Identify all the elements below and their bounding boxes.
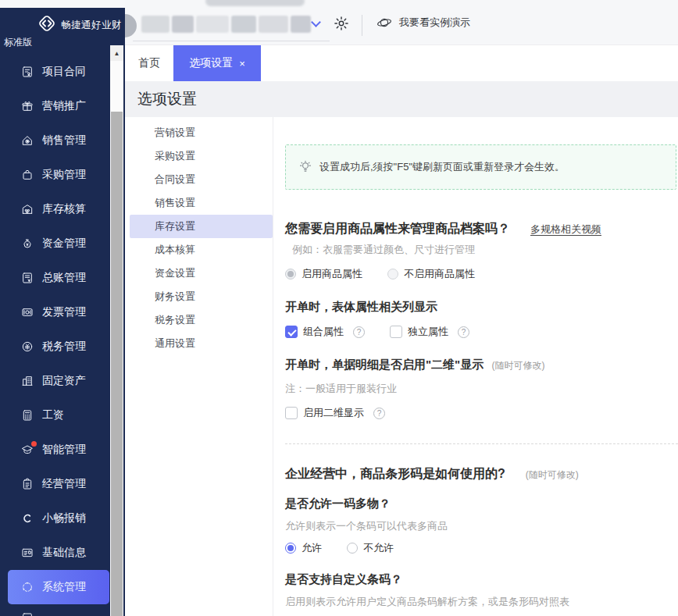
sidebar-item-label: 营销推广 <box>42 99 86 113</box>
settings-nav-finance[interactable]: 财务设置 <box>130 285 273 308</box>
sidebar-item-smart-management[interactable]: 智能管理 <box>0 433 109 467</box>
settings-nav-cost-accounting[interactable]: 成本核算 <box>130 238 273 262</box>
video-link[interactable]: 多规格相关视频 <box>530 223 601 237</box>
checkbox-independent-attributes[interactable]: 独立属性 ? <box>390 325 469 339</box>
sidebar-item-label: 经营管理 <box>42 477 86 491</box>
checkbox-label: 启用二维显示 <box>303 406 364 420</box>
twodim-title-row: 开单时，单据明细是否启用"二维"显示 (随时可修改) <box>285 358 678 372</box>
tab-home[interactable]: 首页 <box>125 45 173 81</box>
sidebar-item-label: 智能管理 <box>42 443 86 457</box>
sidebar-item-sales-management[interactable]: 销售管理 <box>0 123 109 158</box>
checkbox-box <box>285 326 298 338</box>
sidebar-item-project-contract[interactable]: 项目合同 <box>0 55 109 89</box>
checkbox-combined-attributes[interactable]: 组合属性 ? <box>285 325 365 339</box>
settings-nav-sales[interactable]: 销售设置 <box>130 191 273 215</box>
settings-nav-inventory[interactable]: 库存设置 <box>130 215 273 238</box>
tab-bar: 首页 选项设置 × <box>125 45 678 81</box>
sidebar-item-label: 小畅报销 <box>42 511 86 525</box>
sidebar-scrollbar[interactable]: ▲ <box>110 45 123 616</box>
barcode-heading: 企业经营中，商品条形码是如何使用的? <box>285 466 505 482</box>
money-pouch-icon <box>21 237 34 250</box>
sidebar-item-label: 采购管理 <box>42 168 86 182</box>
planet-icon <box>375 15 394 30</box>
settings-nav-marketing[interactable]: 营销设置 <box>130 121 273 144</box>
main-area: 我要看实例演示 首页 选项设置 × 选项设置 营销设置 采购设置 合同设置 销售… <box>125 0 678 616</box>
invoice-icon <box>21 306 34 319</box>
contract-icon <box>21 66 34 78</box>
account-avatar[interactable] <box>125 14 137 37</box>
radio-allow-multi-item[interactable]: 允许 <box>285 541 322 555</box>
sidebar-item-label: 总账管理 <box>42 271 86 285</box>
account-selector[interactable] <box>141 16 311 33</box>
radio-dot <box>285 543 296 554</box>
columns-title: 开单时，表体属性相关列显示 <box>285 300 678 315</box>
purchase-bag-icon <box>21 169 34 181</box>
sidebar-item-label: 税务管理 <box>42 340 86 354</box>
sidebar-item-basic-information[interactable]: 基础信息 <box>0 536 109 570</box>
settings-gear-button[interactable] <box>333 15 350 32</box>
radio-disable-attributes[interactable]: 不启用商品属性 <box>387 267 475 281</box>
sales-house-icon <box>21 134 34 147</box>
sidebar-item-purchase-management[interactable]: 采购管理 <box>0 158 109 192</box>
checkbox-label: 独立属性 <box>408 325 448 339</box>
demo-label: 我要看实例演示 <box>399 16 470 30</box>
sidebar-item-operations-management[interactable]: 经营管理 <box>0 467 109 501</box>
barcode-q1-title: 是否允许一码多物？ <box>285 497 678 511</box>
payroll-icon <box>21 409 34 422</box>
radio-enable-attributes[interactable]: 启用商品属性 <box>285 267 362 281</box>
sidebar-item-xiaochang-reimbursement[interactable]: 小畅报销 <box>0 501 109 536</box>
sidebar-item-label: 工资 <box>42 408 64 422</box>
clipboard-icon <box>21 478 34 490</box>
settings-nav-tax[interactable]: 税务设置 <box>130 308 273 332</box>
scrollbar-thumb[interactable] <box>111 112 123 616</box>
radio-label: 启用商品属性 <box>302 267 362 281</box>
columns-checkbox-row: 组合属性 ? 独立属性 ? <box>285 325 678 339</box>
sidebar-item-funds-management[interactable]: 资金管理 <box>0 226 109 261</box>
settings-nav-contract[interactable]: 合同设置 <box>130 168 273 191</box>
demo-link[interactable]: 我要看实例演示 <box>375 0 470 45</box>
sidebar-item-label: 销售管理 <box>42 134 86 148</box>
twodim-note: 注：一般适用于服装行业 <box>285 382 678 396</box>
help-icon[interactable]: ? <box>373 408 385 419</box>
sidebar-item-inventory-accounting[interactable]: 库存核算 <box>0 192 109 226</box>
modifiable-badge: (随时可修改) <box>526 468 579 482</box>
building-icon <box>21 375 34 387</box>
radio-disallow-multi-item[interactable]: 不允许 <box>347 541 394 555</box>
sidebar-item-invoice-management[interactable]: 发票管理 <box>0 295 109 329</box>
header-divider <box>362 15 362 36</box>
sidebar-item-tax-management[interactable]: 税务管理 <box>0 329 109 364</box>
radio-dot <box>387 269 398 280</box>
attr-hint: 例如：衣服需要通过颜色、尺寸进行管理 <box>285 243 678 257</box>
page-title: 选项设置 <box>137 89 197 109</box>
sidebar-item-partial[interactable] <box>0 604 109 616</box>
gear-icon <box>333 15 350 32</box>
help-icon[interactable]: ? <box>458 326 469 338</box>
sidebar-item-general-ledger[interactable]: 总账管理 <box>0 261 109 295</box>
scroll-up-button[interactable]: ▲ <box>110 45 123 61</box>
settings-content: 营销设置 采购设置 合同设置 销售设置 库存设置 成本核算 资金设置 财务设置 … <box>125 117 678 616</box>
tab-options-settings[interactable]: 选项设置 × <box>173 45 261 81</box>
sidebar-item-system-management[interactable]: 系统管理 <box>8 570 109 604</box>
title-bar: 选项设置 <box>125 81 678 117</box>
sidebar-item-label: 库存核算 <box>42 202 86 216</box>
chevron-down-icon[interactable] <box>311 17 321 27</box>
info-banner: 设置成功后,须按"F5"键刷新页面或重新登录才会生效。 <box>285 144 676 190</box>
sidebar-item-label: 资金管理 <box>42 237 86 251</box>
brand-logo-icon <box>37 14 56 33</box>
settings-nav-funds[interactable]: 资金设置 <box>130 262 273 285</box>
radio-label: 允许 <box>302 541 322 555</box>
warehouse-icon <box>21 203 34 215</box>
help-icon[interactable]: ? <box>353 326 365 338</box>
twodim-checkbox-row: 启用二维显示 ? <box>285 406 678 420</box>
sidebar-item-marketing-promotion[interactable]: 营销推广 <box>0 89 109 123</box>
top-header: 我要看实例演示 <box>125 0 678 45</box>
sidebar-item-payroll[interactable]: 工资 <box>0 398 109 433</box>
close-icon[interactable]: × <box>239 59 245 69</box>
inventory-settings-panel: 设置成功后,须按"F5"键刷新页面或重新登录才会生效。 您需要启用商品属性来管理… <box>285 117 678 616</box>
settings-nav-purchase[interactable]: 采购设置 <box>130 144 273 168</box>
brand-block: 畅捷通好业财 标准版 <box>0 8 125 53</box>
checkbox-enable-2d-display[interactable]: 启用二维显示 ? <box>285 406 385 420</box>
settings-nav-general[interactable]: 通用设置 <box>130 332 273 355</box>
checkbox-box <box>285 407 298 419</box>
sidebar-item-fixed-assets[interactable]: 固定资产 <box>0 364 109 398</box>
